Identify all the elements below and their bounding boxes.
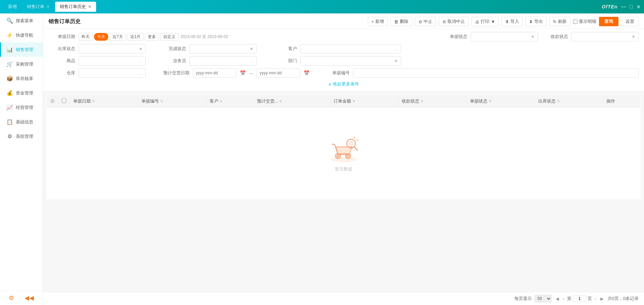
sidebar-item-basic-info[interactable]: 📋 基础信息: [0, 115, 43, 129]
print-label: 打印: [481, 18, 489, 25]
salesperson-select[interactable]: …: [189, 56, 257, 66]
page-suffix: 页: [588, 296, 592, 302]
salesperson-arrow-icon: …: [249, 59, 254, 64]
date-btn-more[interactable]: 更多: [145, 33, 159, 41]
table-settings-gear-icon[interactable]: ⚙: [50, 98, 55, 104]
sidebar-item-operations-mgmt[interactable]: 📈 经营管理: [0, 100, 43, 115]
tab-home-label: 新增: [8, 4, 17, 10]
sort-order-status[interactable]: 单据状态 ⇅: [470, 98, 531, 104]
payment-status-label: 收款状态: [541, 34, 568, 40]
sidebar-item-inventory-check[interactable]: 📦 库存核算: [0, 71, 43, 86]
sidebar-item-system-mgmt-label: 系统管理: [16, 134, 33, 140]
sort-payment-status[interactable]: 收款状态 ⇅: [402, 98, 463, 104]
system-mgmt-icon: ⚙: [6, 133, 13, 140]
date-btn-custom[interactable]: 自定义: [160, 33, 178, 41]
new-button[interactable]: + 新增: [368, 17, 388, 26]
page-header: 销售订单历史 + 新增 🗑 删除 ⊘ 中止 ⊘ 取消中止: [43, 13, 644, 29]
query-button[interactable]: 查询: [599, 17, 618, 26]
close-window-icon[interactable]: ✕: [636, 4, 641, 10]
tab-sales-order[interactable]: 销售订单 ✕: [22, 2, 54, 12]
tab-home[interactable]: 新增: [3, 2, 22, 12]
tab-sales-order-close[interactable]: ✕: [46, 4, 50, 9]
tab-sales-history[interactable]: 销售订单历史 ✕: [55, 2, 96, 12]
refresh-button[interactable]: ↻ 刷新: [549, 17, 570, 26]
print-icon: 🖨: [475, 19, 479, 24]
col-operation: 操作: [603, 95, 640, 107]
customer-arrow-icon: …: [394, 46, 398, 51]
order-status-select[interactable]: ▼: [471, 32, 538, 41]
col-checkbox: [58, 95, 70, 107]
first-page-button[interactable]: ◀: [554, 296, 560, 302]
maximize-icon[interactable]: □: [630, 4, 633, 10]
department-label: 部门: [270, 58, 297, 64]
expected-date-to-input[interactable]: [257, 68, 300, 78]
expected-date-to-calendar-icon[interactable]: 📅: [304, 70, 309, 76]
payment-status-select[interactable]: ▼: [571, 32, 639, 41]
date-btn-last1month[interactable]: 近1月: [127, 33, 144, 41]
sidebar-item-fund-mgmt[interactable]: 💰 资金管理: [0, 86, 43, 100]
import-button[interactable]: ⬆ 导入: [502, 17, 523, 26]
sort-customer[interactable]: 客户 ⇅: [210, 98, 250, 104]
warehouse-select[interactable]: …: [79, 68, 146, 78]
sidebar-item-sales-mgmt[interactable]: 📊 销售管理: [0, 42, 43, 57]
prev-page-button[interactable]: ‹: [562, 296, 566, 302]
show-detail-label: 显示明细: [579, 18, 596, 25]
expected-date-from-input[interactable]: [193, 68, 237, 78]
next-page-button[interactable]: ›: [593, 296, 597, 302]
sort-expected-date[interactable]: 预计交货... ⇅: [257, 98, 327, 104]
stop-button[interactable]: ⊘ 中止: [415, 17, 436, 26]
order-no-input[interactable]: [353, 68, 639, 78]
col-customer: 客户 ⇅: [206, 95, 253, 107]
sort-warehouse-status[interactable]: 出库状态 ⇅: [538, 98, 599, 104]
expected-date-from-calendar-icon[interactable]: 📅: [240, 70, 246, 76]
print-button[interactable]: 🖨 打印 ▼: [471, 17, 499, 26]
filter-row-2: 出库状态 ▼ 完成状态 ▼ 客户 …: [48, 44, 639, 53]
order-status-label: 单据状态: [440, 34, 467, 40]
product-select[interactable]: …: [79, 56, 146, 66]
settings-button[interactable]: 设置: [621, 17, 639, 26]
sort-date[interactable]: 单据日期 ⇅: [73, 98, 134, 104]
select-all-checkbox[interactable]: [62, 99, 66, 103]
sidebar: 🔍 搜索菜单 ⚡ 快捷导航 📊 销售管理 🛒 采购管理 📦 库存核算 💰 资金管…: [0, 13, 43, 305]
warehouse-arrow-icon: …: [138, 71, 143, 76]
sales-mgmt-icon: 📊: [6, 46, 13, 53]
sort-amount[interactable]: 订单金额 ⇅: [334, 98, 395, 104]
date-btn-last7[interactable]: 近7天: [110, 33, 126, 41]
col-warehouse-status-label: 出库状态: [538, 98, 556, 104]
warehouse-status-select[interactable]: ▼: [79, 44, 146, 53]
warehouse-status-label: 出库状态: [48, 46, 75, 52]
delete-button[interactable]: 🗑 删除: [390, 17, 412, 26]
last-page-button[interactable]: ▶: [599, 296, 605, 302]
quick-nav-icon: ⚡: [6, 32, 13, 38]
per-page-select[interactable]: 50 10 20 100: [534, 295, 552, 302]
export-button[interactable]: ⬇ 导出: [525, 17, 547, 26]
sort-order-no[interactable]: 单据编号 ⇅: [141, 98, 203, 104]
date-btn-yesterday[interactable]: 昨天: [79, 33, 93, 41]
customer-select[interactable]: …: [300, 44, 401, 53]
sort-order-no-icon: ⇅: [160, 99, 163, 103]
sidebar-bottom-collapse-icon[interactable]: ◀◀: [25, 294, 34, 302]
date-btn-today[interactable]: 今天: [94, 33, 108, 41]
page-number-input[interactable]: [573, 295, 586, 302]
empty-state-cell: ✦ ✦ 暂无数据: [47, 107, 641, 199]
cancel-stop-button[interactable]: ⊘ 取消中止: [439, 17, 469, 26]
sidebar-item-search-menu[interactable]: 🔍 搜索菜单: [0, 13, 43, 28]
col-settings: ⚙: [47, 95, 58, 107]
sidebar-bottom-settings-icon[interactable]: ⚙: [9, 294, 14, 302]
tab-sales-history-close[interactable]: ✕: [88, 4, 91, 9]
sidebar-item-system-mgmt[interactable]: ⚙ 系统管理: [0, 129, 43, 144]
col-date: 单据日期 ⇅: [70, 95, 138, 107]
collapse-row[interactable]: ∧ 收起更多条件: [48, 80, 639, 88]
department-select[interactable]: ▼: [300, 56, 401, 66]
col-customer-label: 客户: [210, 98, 218, 104]
col-payment-status-label: 收款状态: [402, 98, 419, 104]
show-detail-checkbox-label[interactable]: 显示明细: [573, 18, 596, 25]
show-detail-checkbox[interactable]: [573, 20, 577, 24]
complete-status-select[interactable]: ▼: [189, 44, 257, 53]
sidebar-item-quick-nav[interactable]: ⚡ 快捷导航: [0, 28, 43, 42]
sidebar-item-basic-info-label: 基础信息: [16, 119, 33, 125]
inventory-check-icon: 📦: [6, 75, 13, 82]
product-arrow-icon: …: [138, 59, 143, 64]
sidebar-item-purchase-mgmt[interactable]: 🛒 采购管理: [0, 57, 43, 71]
minimize-icon[interactable]: —: [621, 4, 626, 10]
